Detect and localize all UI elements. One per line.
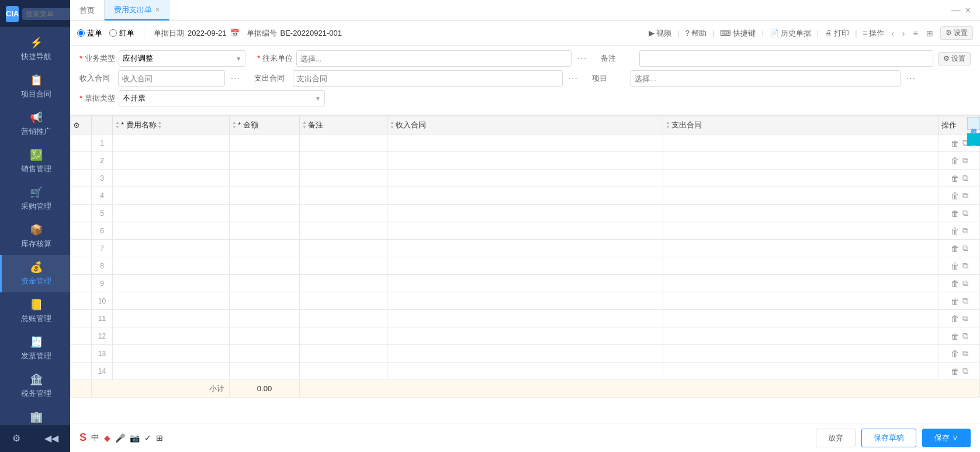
delete-icon[interactable]: 🗑 xyxy=(951,332,959,341)
note-field[interactable] xyxy=(643,54,929,63)
cell-amount[interactable] xyxy=(230,257,300,275)
window-close-btn[interactable]: × xyxy=(965,5,971,16)
cell-income-contract[interactable] xyxy=(387,292,663,310)
cell-income-contract[interactable] xyxy=(387,152,663,170)
cell-expense-contract[interactable] xyxy=(663,257,939,275)
copy-icon[interactable]: ⧉ xyxy=(962,331,968,341)
sort-icon-name[interactable]: ▲▼ xyxy=(115,120,120,130)
cell-income-contract[interactable] xyxy=(387,327,663,345)
counterparty-dots[interactable]: ··· xyxy=(575,53,589,64)
calendar-icon[interactable]: 📅 xyxy=(230,29,240,37)
cell-expense-name[interactable] xyxy=(113,257,230,275)
view-list-btn[interactable]: ≡ xyxy=(912,29,919,38)
cell-note[interactable] xyxy=(300,292,387,310)
cell-note[interactable] xyxy=(300,363,387,380)
collapse-icon[interactable]: ◀◀ xyxy=(44,433,58,444)
print-btn[interactable]: 🖨 打印 xyxy=(825,28,849,39)
sort-icon-income[interactable]: ▲▼ xyxy=(390,120,394,130)
tab-expense[interactable]: 费用支出单 × xyxy=(105,0,169,20)
delete-icon[interactable]: 🗑 xyxy=(951,139,959,148)
delete-icon[interactable]: 🗑 xyxy=(951,296,959,306)
th-income-contract[interactable]: ▲▼ 收入合同 xyxy=(387,116,663,134)
cell-expense-contract[interactable] xyxy=(663,292,939,310)
sidebar-item-inventory[interactable]: 📦 库存核算 xyxy=(0,218,70,255)
cell-expense-name[interactable] xyxy=(113,187,230,205)
copy-icon[interactable]: ⧉ xyxy=(962,261,968,271)
copy-icon[interactable]: ⧉ xyxy=(962,156,968,165)
cell-amount[interactable] xyxy=(230,363,300,380)
cell-expense-contract[interactable] xyxy=(663,363,939,380)
actions-btn[interactable]: ≡ 操作 xyxy=(863,28,885,39)
help-btn[interactable]: ? 帮助 xyxy=(685,28,707,39)
discard-button[interactable]: 放弃 xyxy=(816,429,856,447)
cell-income-contract[interactable] xyxy=(387,205,663,222)
project-input[interactable] xyxy=(631,70,901,87)
cell-amount[interactable] xyxy=(230,170,300,187)
cell-amount[interactable] xyxy=(230,222,300,240)
cell-amount[interactable] xyxy=(230,240,300,257)
cell-expense-contract[interactable] xyxy=(663,222,939,240)
sidebar-item-quick-nav[interactable]: ⚡ 快捷导航 xyxy=(0,30,70,68)
copy-icon[interactable]: ⧉ xyxy=(962,296,968,306)
set-button[interactable]: ⚙ 设置 xyxy=(940,26,973,40)
cell-expense-name[interactable] xyxy=(113,292,230,310)
cell-note[interactable] xyxy=(300,170,387,187)
delete-icon[interactable]: 🗑 xyxy=(951,261,959,271)
th-note[interactable]: ▲▼ 备注 xyxy=(300,116,387,134)
cell-amount[interactable] xyxy=(230,275,300,292)
cell-expense-contract[interactable] xyxy=(663,187,939,205)
cell-expense-contract[interactable] xyxy=(663,170,939,187)
cell-amount[interactable] xyxy=(230,310,300,327)
radio-red[interactable]: 红单 xyxy=(109,28,134,39)
cell-income-contract[interactable] xyxy=(387,222,663,240)
view-card-btn[interactable]: ⊞ xyxy=(925,29,934,38)
cell-expense-name[interactable] xyxy=(113,170,230,187)
sidebar-item-fixed-assets[interactable]: 🏢 固定资产 xyxy=(0,405,70,424)
cell-expense-name[interactable] xyxy=(113,152,230,170)
cell-amount[interactable] xyxy=(230,205,300,222)
cell-expense-name[interactable] xyxy=(113,222,230,240)
expense-contract-field[interactable] xyxy=(297,74,559,83)
cell-expense-contract[interactable] xyxy=(663,345,939,363)
cell-income-contract[interactable] xyxy=(387,134,663,152)
cell-income-contract[interactable] xyxy=(387,310,663,327)
gear-icon[interactable]: ⚙ xyxy=(73,121,80,130)
right-float-btn-2[interactable]: 留 xyxy=(967,133,980,146)
video-btn[interactable]: ▶ 视频 xyxy=(649,28,671,39)
shortcut-btn[interactable]: ⌨ 快捷键 xyxy=(720,28,756,39)
cell-amount[interactable] xyxy=(230,134,300,152)
cell-expense-contract[interactable] xyxy=(663,275,939,292)
copy-icon[interactable]: ⧉ xyxy=(962,313,968,323)
cell-amount[interactable] xyxy=(230,152,300,170)
delete-icon[interactable]: 🗑 xyxy=(951,349,959,358)
cell-expense-name[interactable] xyxy=(113,310,230,327)
save-draft-button[interactable]: 保存草稿 xyxy=(861,429,916,447)
tab-expense-close[interactable]: × xyxy=(155,6,160,14)
cell-expense-name[interactable] xyxy=(113,275,230,292)
cell-income-contract[interactable] xyxy=(387,345,663,363)
cell-expense-name[interactable] xyxy=(113,363,230,380)
delete-icon[interactable]: 🗑 xyxy=(951,156,959,165)
income-contract-dots[interactable]: ··· xyxy=(228,73,243,84)
copy-icon[interactable]: ⧉ xyxy=(962,191,968,201)
cell-note[interactable] xyxy=(300,310,387,327)
sidebar-item-capital[interactable]: 💰 资金管理 xyxy=(0,255,70,292)
cell-note[interactable] xyxy=(300,222,387,240)
copy-icon[interactable]: ⧉ xyxy=(962,366,968,376)
save-button[interactable]: 保存 ∨ xyxy=(922,429,971,447)
tab-home[interactable]: 首页 xyxy=(70,0,105,20)
cell-note[interactable] xyxy=(300,240,387,257)
delete-icon[interactable]: 🗑 xyxy=(951,279,959,288)
cell-expense-name[interactable] xyxy=(113,327,230,345)
sort-icon-note[interactable]: ▲▼ xyxy=(302,120,307,130)
sidebar-item-marketing[interactable]: 📢 营销推广 xyxy=(0,105,70,143)
cell-expense-contract[interactable] xyxy=(663,134,939,152)
cell-amount[interactable] xyxy=(230,327,300,345)
delete-icon[interactable]: 🗑 xyxy=(951,174,959,183)
sort-icon-name2[interactable]: ▲▼ xyxy=(158,120,162,130)
cell-expense-contract[interactable] xyxy=(663,310,939,327)
income-contract-field[interactable] xyxy=(122,74,221,83)
cell-note[interactable] xyxy=(300,275,387,292)
cell-expense-contract[interactable] xyxy=(663,205,939,222)
business-type-select[interactable]: 应付调整 ▼ xyxy=(119,50,245,67)
